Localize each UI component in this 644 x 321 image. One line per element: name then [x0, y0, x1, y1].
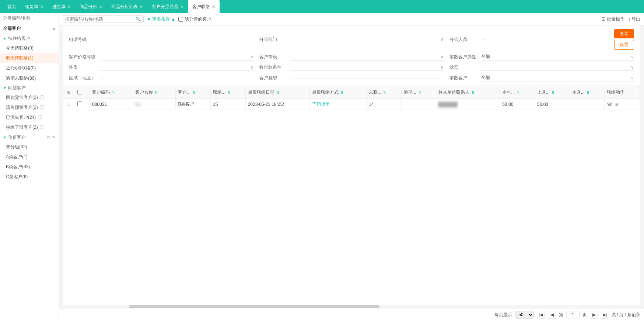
region-dots[interactable]: ···: [101, 75, 104, 80]
nav-product-analysis[interactable]: 商品分析 ✕: [75, 0, 107, 13]
sidebar-item-tomorrow[interactable]: 明天待联络(1): [0, 53, 59, 63]
my-customers-checkbox-label[interactable]: 我分管的客户: [178, 16, 211, 23]
price-grade-select[interactable]: ∨: [101, 54, 253, 61]
td-overdue: [401, 99, 436, 110]
sidebar-item-churned[interactable]: 已流失客户(24) ⓘ: [0, 113, 59, 122]
th-code[interactable]: 客户编码 ⇅: [90, 86, 133, 99]
nav-purchase[interactable]: 进货单 ✕: [48, 0, 75, 13]
sidebar-item-ungroup[interactable]: 未分组(32): [0, 142, 59, 152]
customer-grade-select[interactable]: ∨: [291, 54, 444, 61]
triangle-icon3: ▼: [3, 135, 7, 139]
pending-group-label: 待联络客户: [8, 35, 30, 42]
scrollbar-thumb[interactable]: [129, 305, 379, 308]
gear-icon[interactable]: ⚙: [67, 90, 71, 95]
triangle-icon2: ▼: [3, 86, 7, 90]
sort-icon-name: ⇅: [155, 90, 158, 94]
filter-customer-type: 客户类型: [259, 74, 444, 82]
th-name[interactable]: 客户名称 ⇅: [133, 86, 176, 99]
customer-grade-arrow: ∨: [440, 54, 444, 59]
phone-input[interactable]: [101, 36, 253, 43]
prev-page-btn[interactable]: ◀: [548, 311, 556, 319]
filter-manager: 分管人员 ··· 查询 设置: [449, 29, 634, 50]
th-checkbox: [75, 86, 90, 99]
retail-customer-label: 零散客户: [449, 75, 479, 81]
main-layout: 🔍 全部客户 « ▼ 待联络客户 今天待联络(0) 明天待联络(1) 近7天待联…: [0, 13, 644, 321]
sidebar-item-today[interactable]: 今天待联络(0): [0, 43, 59, 53]
manager-dots[interactable]: ···: [481, 37, 485, 42]
retail-customer-select[interactable]: 全部 ∨: [481, 74, 634, 82]
sidebar-item-churn-warning[interactable]: 流失预警客户(3) ⓘ: [0, 103, 59, 113]
customer-type-select[interactable]: [291, 77, 444, 79]
my-customers-checkbox[interactable]: [178, 17, 183, 22]
dept-select[interactable]: ∨: [291, 36, 444, 43]
table-area: ⚙ 客户编码 ⇅ 客户名称 ⇅: [63, 86, 640, 305]
first-page-btn[interactable]: |◀: [537, 311, 545, 319]
sort-icon-this-month: ⇅: [587, 90, 589, 94]
close-layering-icon[interactable]: ✕: [180, 4, 183, 9]
sidebar-item-a-class[interactable]: A类客户(1): [0, 152, 59, 162]
next-page-btn[interactable]: ▶: [590, 311, 598, 319]
td-action: ☎ ⊞: [605, 99, 640, 110]
select-all-checkbox[interactable]: [77, 90, 82, 94]
nav-product-analysis-list[interactable]: 商品分析列表 ✕: [107, 0, 147, 13]
filter-customer-grade: 客户等级 ∨: [259, 53, 444, 61]
settings-button[interactable]: 设置: [614, 40, 634, 50]
refresh-icon[interactable]: ↻: [47, 135, 50, 140]
nav-sales[interactable]: 销货单 ✕: [21, 0, 48, 13]
payment-select[interactable]: ∨: [291, 64, 444, 71]
sidebar-item-c-class[interactable]: C类客户(6): [0, 172, 59, 182]
action-icons: ☎ ⊞: [607, 102, 637, 107]
export-btn[interactable]: ↑ 导出: [628, 16, 640, 23]
search-input[interactable]: [65, 17, 136, 22]
retail-attr-select[interactable]: 全部 ∨: [481, 53, 634, 61]
all-customers-title[interactable]: 全部客户 «: [0, 23, 59, 34]
info-icon-churn: ⓘ: [40, 105, 44, 110]
last-method-link[interactable]: 下销货单: [312, 101, 330, 107]
close-purchase-icon[interactable]: ✕: [67, 4, 71, 9]
close-product-list-icon[interactable]: ✕: [140, 4, 143, 9]
per-page-select[interactable]: 50 100 200: [515, 311, 534, 319]
td-code: 000021: [90, 99, 133, 110]
toolbar-right: ☑ 批量操作 ↑ 导出: [602, 16, 640, 23]
scrollbar-area: [63, 305, 640, 308]
gender-select[interactable]: ∨: [101, 64, 253, 71]
nav-customer-contact[interactable]: 客户联络 ✕: [188, 0, 220, 13]
row-checkbox[interactable]: [77, 101, 82, 106]
nav-customer-layering[interactable]: 客户分层经营 ✕: [147, 0, 188, 13]
price-grade-arrow: ∨: [250, 54, 253, 59]
chevron-up-icon: ▲: [171, 17, 175, 22]
search-icon[interactable]: 🔍: [136, 17, 141, 22]
page-input[interactable]: [566, 311, 580, 318]
sidebar-search-input[interactable]: [3, 15, 58, 21]
close-contact-icon[interactable]: ✕: [212, 4, 215, 9]
th-type: 客户... ⇅: [176, 86, 211, 99]
filter-payment: 收付款条件 ∨: [259, 64, 444, 71]
page-label: 第: [559, 312, 563, 318]
sidebar: 🔍 全部客户 « ▼ 待联络客户 今天待联络(0) 明天待联络(1) 近7天待联…: [0, 13, 59, 321]
sidebar-item-b-class[interactable]: B类客户(33): [0, 162, 59, 172]
td-checkbox: [75, 99, 90, 110]
footer: 每页显示 50 100 200 |◀ ◀ 第 页 ▶ ▶| 共1页 1条记录: [59, 308, 644, 321]
sort-icon-type: ⇅: [193, 90, 196, 94]
status-select[interactable]: ∨: [481, 64, 634, 71]
last-page-btn[interactable]: ▶|: [601, 311, 609, 319]
customer-table: ⚙ 客户编码 ⇅ 客户名称 ⇅: [63, 86, 640, 110]
info-icon-churned: ⓘ: [38, 115, 42, 120]
contact-action-icon[interactable]: ☎: [607, 102, 612, 107]
th-this-month: 本月... ⇅: [570, 86, 605, 99]
sidebar-item-7days[interactable]: 近7天待联络(0): [0, 63, 59, 73]
close-product-icon[interactable]: ✕: [99, 4, 102, 9]
sidebar-item-overdue[interactable]: 逾期未联络(30): [0, 73, 59, 83]
close-sales-icon[interactable]: ✕: [40, 4, 43, 9]
bulk-btn[interactable]: ☑ 批量操作: [602, 16, 624, 23]
nav-home[interactable]: 首页: [3, 0, 21, 13]
query-button[interactable]: 查询: [614, 29, 634, 38]
edit-icon[interactable]: ✎: [52, 135, 56, 140]
sidebar-item-repurchase[interactable]: 回购异常客户(2) ⓘ: [0, 93, 59, 103]
more-action-icon[interactable]: ⊞: [615, 102, 618, 107]
filter-btn[interactable]: ▼ 更多条件 ▲: [147, 16, 175, 23]
collapse-icon[interactable]: «: [53, 26, 56, 32]
toolbar: 🔍 ▼ 更多条件 ▲ 我分管的客户 ☑ 批量操作 ↑ 导出: [59, 13, 644, 25]
sidebar-item-declining[interactable]: 持续下滑客户(2) ⓘ: [0, 122, 59, 132]
table-row: 1 000021 Ea B类客户 15 2023-05-23 18:25: 下销…: [63, 99, 640, 110]
